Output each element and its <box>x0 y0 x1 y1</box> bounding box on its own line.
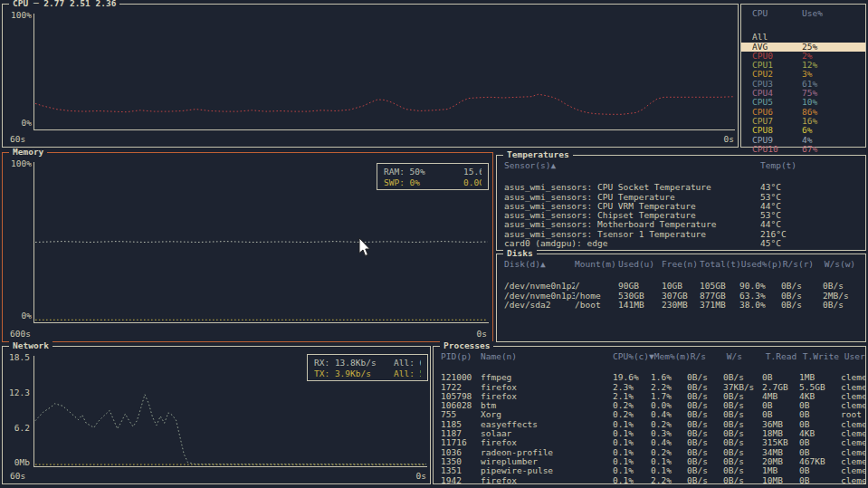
table-row[interactable]: /dev/nvme0n1p3/home530GB307GB877GB63.3%0… <box>497 292 865 301</box>
cell-cpu: 0.1% <box>613 457 651 466</box>
table-row[interactable]: 1187solaar0.1%0.3%0B/s0B/s18MB4KBcleme… <box>434 429 865 438</box>
free-col-header[interactable]: Free(n) <box>662 260 700 269</box>
used-pct-col-header[interactable]: Used%(p) <box>741 260 783 269</box>
table-row[interactable]: CPU475% <box>741 89 865 98</box>
cell-mem: 0.1% <box>651 457 687 466</box>
mount-col-header[interactable]: Mount(m) <box>575 260 618 269</box>
cell-pid: 1036 <box>441 448 481 457</box>
cpu-legend-header[interactable]: CPU Use% <box>741 5 865 18</box>
cell-user: cleme… <box>841 476 865 485</box>
processes-header[interactable]: PID(p) Name(n) CPU%(c)▼ Mem%(m) R/s W/s … <box>434 347 865 361</box>
table-row[interactable]: asus_wmi_sensors: Tsensor 1 Temperature2… <box>497 230 865 239</box>
table-row[interactable]: 1185easyeffects0.1%0.2%0B/s0B/s36MB0Bcle… <box>434 420 865 429</box>
table-row[interactable]: 1036radeon-profile0.1%0.2%0B/s0B/s34MB0B… <box>434 448 865 457</box>
total-write-col-header[interactable]: T.Write <box>803 352 844 361</box>
table-row[interactable]: AVG25% <box>741 43 865 52</box>
table-row[interactable]: CPU112% <box>741 61 865 70</box>
cell-used: 141MB <box>618 301 662 310</box>
table-row[interactable]: 121000ffmpeg19.6%1.6%0B/s0B/s0B1MBcleme… <box>434 373 865 382</box>
cell-twrite: 0B <box>799 476 841 485</box>
name-col-header[interactable]: Name(n) <box>481 352 613 361</box>
table-row[interactable]: asus_wmi_sensors: CPU VRM Temperature44°… <box>497 202 865 211</box>
read-rate-col-header[interactable]: R/s(r) <box>783 260 825 269</box>
table-row[interactable]: All <box>741 33 865 42</box>
write-rate-col-header[interactable]: W/s <box>727 352 766 361</box>
table-row[interactable]: TX: 3.9Kb/sAll: 505.6MB <box>308 368 427 378</box>
network-panel[interactable]: Network 18.5 12.3 6.2 0Mb 60s 0s RX: 13.… <box>2 346 431 484</box>
cpu-x-left-label: 60s <box>10 135 25 144</box>
cell-mem: 1.6% <box>651 373 687 382</box>
temp-col-header[interactable]: Temp(t) <box>760 161 865 170</box>
cell-rs: 0B/s <box>687 457 723 466</box>
table-row[interactable]: CPU02% <box>741 52 865 61</box>
table-row[interactable]: CPU86% <box>741 126 865 135</box>
table-row[interactable]: card0 (amdgpu): edge45°C <box>497 239 865 248</box>
write-rate-col-header[interactable]: W/s(w) <box>825 260 865 269</box>
table-row[interactable]: CPU23% <box>741 70 865 79</box>
cell-cpu: 0.1% <box>613 429 651 438</box>
table-row[interactable]: 11716firefox0.1%0.4%0B/s0B/s315KB0Bcleme… <box>434 438 865 447</box>
cell-sensor: asus_wmi_sensors: Tsensor 1 Temperature <box>504 230 760 239</box>
table-row[interactable]: /dev/nvme0n1p2/90GB10GB105GB90.0%0B/s0B/… <box>497 282 865 291</box>
total-col-header[interactable]: Total(t) <box>700 260 741 269</box>
disk-col-header[interactable]: Disk(d)▲ <box>504 260 575 269</box>
memory-panel[interactable]: Memory 100% 0% 600s 0s RAM: 50%15.6GiB/3… <box>2 152 493 342</box>
cell-free: 230MB <box>662 301 700 310</box>
disks-header[interactable]: Disk(d)▲ Mount(m) Used(u) Free(n) Total(… <box>497 254 865 269</box>
table-row[interactable]: asus_wmi_sensors: Motherboard Temperatur… <box>497 220 865 229</box>
table-row[interactable]: CPU686% <box>741 108 865 117</box>
table-row[interactable]: CPU1067% <box>741 145 865 154</box>
sensor-col-header[interactable]: Sensor(s)▲ <box>504 161 760 170</box>
cell-cpu: 0.2% <box>613 401 651 410</box>
pid-col-header[interactable]: PID(p) <box>441 352 481 361</box>
network-y-label-3: 6.2 <box>3 424 30 433</box>
table-row[interactable]: 1722firefox2.3%2.2%0B/s37KB/s2.7GB5.5GBc… <box>434 383 865 392</box>
cpu-pct-col-header[interactable]: CPU%(c)▼ <box>613 352 654 361</box>
table-row[interactable]: CPU94% <box>741 136 865 145</box>
cell-user: cleme… <box>841 401 865 410</box>
table-row[interactable]: 1350wireplumber0.1%0.1%0B/s0B/s20MB467KB… <box>434 457 865 466</box>
table-row[interactable]: 106028btm0.2%0.0%0B/s0B/s0B0Bcleme… <box>434 401 865 410</box>
table-row[interactable]: asus_wmi_sensors: Chipset Temperature53°… <box>497 211 865 220</box>
network-y-label-4: 0Mb <box>3 458 30 467</box>
table-row[interactable]: CPU361% <box>741 80 865 89</box>
cell-user: cleme… <box>841 457 865 466</box>
use-col-header[interactable]: Use% <box>802 9 865 18</box>
table-row[interactable]: SWP: 0%0.0GiB/8.0GiB <box>377 177 488 187</box>
network-legend-rows: RX: 13.8Kb/sAll: 6.8GBTX: 3.9Kb/sAll: 50… <box>308 357 427 378</box>
table-row[interactable]: CPU716% <box>741 117 865 126</box>
table-row[interactable]: asus_wmi_sensors: CPU Temperature53°C <box>497 193 865 202</box>
cpu-legend-table[interactable]: CPU Use% AllAVG25%CPU02%CPU112%CPU23%CPU… <box>740 4 866 148</box>
cell-name: CPU8 <box>752 126 802 135</box>
temperatures-panel[interactable]: Temperatures Sensor(s)▲ Temp(t) asus_wmi… <box>496 155 866 251</box>
used-col-header[interactable]: Used(u) <box>618 260 662 269</box>
processes-panel[interactable]: Processes PID(p) Name(n) CPU%(c)▼ Mem%(m… <box>433 346 866 484</box>
table-row[interactable]: 1351pipewire-pulse0.1%0.1%0B/s0B/s1MB0Bc… <box>434 466 865 475</box>
cell-temp: 53°C <box>760 211 865 220</box>
cell-name: All <box>752 33 802 42</box>
cell-ws: 0B/s <box>723 401 762 410</box>
cell-twrite: 4KB <box>799 392 841 401</box>
memory-x-left-label: 600s <box>10 330 31 339</box>
cpu-panel[interactable]: CPU ─ 2.77 2.51 2.36 100% 0% 60s 0s <box>2 4 739 148</box>
table-row[interactable]: /dev/sda2/boot141MB230MB371MB38.0%0B/s0B… <box>497 301 865 310</box>
cell-cpu: 2.3% <box>613 383 651 392</box>
disks-panel[interactable]: Disks Disk(d)▲ Mount(m) Used(u) Free(n) … <box>496 254 866 342</box>
table-row[interactable]: RX: 13.8Kb/sAll: 6.8GB <box>308 357 427 368</box>
cell-ws: 0B/s <box>723 466 762 475</box>
table-row[interactable]: 105798firefox2.1%1.7%0B/s0B/s4MB4KBcleme… <box>434 392 865 401</box>
table-row[interactable]: 755Xorg0.2%0.4%0B/s0B/s0B0Broot <box>434 410 865 419</box>
cell-cpu: 0.1% <box>613 448 651 457</box>
table-row[interactable]: asus_wmi_sensors: CPU Socket Temperature… <box>497 183 865 192</box>
table-row[interactable]: CPU510% <box>741 98 865 107</box>
read-rate-col-header[interactable]: R/s <box>691 352 727 361</box>
mem-pct-col-header[interactable]: Mem%(m) <box>654 352 691 361</box>
cell-name: CPU10 <box>752 145 802 154</box>
cpu-usage-chart <box>33 14 735 130</box>
cell-name: firefox <box>481 476 613 485</box>
cpu-col-header[interactable]: CPU <box>752 9 802 18</box>
table-row[interactable]: 1942firefox0.1%2.2%0B/s0B/s10MB0Bcleme… <box>434 476 865 485</box>
total-read-col-header[interactable]: T.Read <box>766 352 803 361</box>
user-col-header[interactable]: User <box>844 352 865 361</box>
table-row[interactable]: RAM: 50%15.6GiB/31.3GiB <box>377 166 488 177</box>
